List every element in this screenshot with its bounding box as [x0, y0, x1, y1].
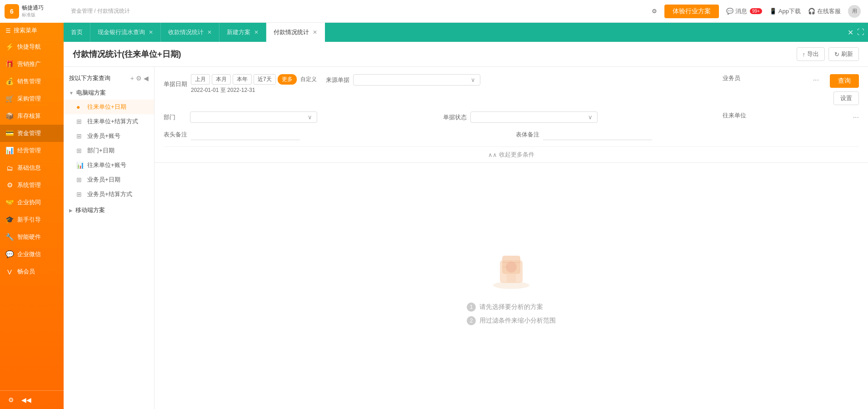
- header-actions: ⚙ 体验行业方案 💬 消息 99+ 📱 App下载 🎧 在线客服 用: [652, 5, 861, 18]
- tab-home[interactable]: 首页: [64, 23, 90, 42]
- filter-row-1: 单据日期 上月 本月 本年 近7天 更多 自定义 20: [164, 74, 859, 105]
- settings-button[interactable]: ⚙: [652, 8, 657, 15]
- partner-label: 往来单位: [723, 111, 746, 120]
- user-avatar[interactable]: 用: [848, 5, 861, 18]
- filter-bill-status-item: 单据状态 ∨: [443, 111, 713, 123]
- date-btn-last-month[interactable]: 上月: [191, 74, 210, 85]
- sidebar-item-member[interactable]: V 畅会员: [0, 263, 64, 280]
- sidebar-item-sales[interactable]: 💰 销售管理: [0, 73, 64, 90]
- tab-maximize-icon[interactable]: ⛶: [857, 28, 864, 36]
- scheme-grid-icon-1: ⊞: [76, 118, 84, 125]
- sidebar-item-operation[interactable]: 📊 经营管理: [0, 142, 64, 159]
- filter-area: 单据日期 上月 本月 本年 近7天 更多 自定义 20: [155, 67, 868, 163]
- empty-tip-2: 2 用过滤条件来缩小分析范围: [467, 316, 556, 325]
- page-header: 付款情况统计(往来单位+日期) ↑ 导出 ↻ 刷新: [64, 42, 868, 67]
- filter-settings-button[interactable]: 设置: [833, 91, 859, 105]
- salesperson-dots[interactable]: ...: [808, 74, 819, 82]
- sidebar-bottom: ⚙ ◀◀: [0, 390, 64, 409]
- search-menu-item[interactable]: ☰ 搜索菜单: [0, 23, 64, 38]
- panel-settings-icon[interactable]: ⚙: [136, 75, 142, 82]
- filter-source-item: 来源单据 ∨: [326, 74, 713, 86]
- message-icon: 💬: [726, 8, 733, 15]
- sidebar-collapse-btn[interactable]: ◀◀: [19, 394, 34, 405]
- scheme-item-salesperson-account[interactable]: ⊞ 业务员+账号: [64, 129, 154, 143]
- export-icon: ↑: [803, 51, 806, 58]
- purchase-icon: 🛒: [5, 95, 14, 103]
- sidebar-item-system[interactable]: ⚙ 系统管理: [0, 177, 64, 194]
- empty-state: 1 请先选择要分析的方案 2 用过滤条件来缩小分析范围: [155, 163, 868, 409]
- sidebar-item-finance[interactable]: 💳 资金管理: [0, 125, 64, 142]
- scheme-item-partner-settlement[interactable]: ⊞ 往来单位+结算方式: [64, 114, 154, 129]
- date-btn-this-year[interactable]: 本年: [233, 74, 252, 85]
- empty-tips: 1 请先选择要分析的方案 2 用过滤条件来缩小分析范围: [467, 303, 556, 325]
- dept-select[interactable]: ∨: [190, 111, 317, 123]
- tab-close-all-icon[interactable]: ✕: [848, 28, 853, 37]
- salesperson-label: 业务员: [723, 74, 745, 82]
- sidebar-item-inventory[interactable]: 📦 库存核算: [0, 107, 64, 125]
- scheme-item-salesperson-date[interactable]: ⊞ 业务员+日期: [64, 172, 154, 187]
- main-content: 资金管理 / 付款情况统计 ⚙ 体验行业方案 💬 消息 99+ 📱 App下载 …: [64, 0, 868, 409]
- sidebar-settings-btn[interactable]: ⚙: [5, 394, 17, 405]
- filter-row-3: 表头备注 表体备注: [164, 129, 859, 140]
- enterprise-icon: 🤝: [5, 198, 14, 207]
- sidebar-item-newbie[interactable]: 🎓 新手引导: [0, 211, 64, 228]
- partner-dots[interactable]: ...: [848, 111, 859, 120]
- tip-num-2: 2: [467, 316, 476, 325]
- tab-bank-flow-close[interactable]: ✕: [149, 29, 153, 35]
- dept-chevron-icon: ∨: [308, 114, 312, 121]
- scheme-item-salesperson-settlement[interactable]: ⊞ 业务员+结算方式: [64, 187, 154, 202]
- try-industry-button[interactable]: 体验行业方案: [664, 5, 719, 18]
- collapse-bar[interactable]: ∧∧ 收起更多条件: [164, 146, 859, 162]
- query-button[interactable]: 查询: [830, 74, 859, 88]
- refresh-button[interactable]: ↻ 刷新: [828, 47, 859, 61]
- sidebar-item-marketing[interactable]: 🎁 营销推广: [0, 56, 64, 73]
- quick-nav-icon: ⚡: [5, 43, 14, 51]
- tab-payment-stats-close[interactable]: ✕: [313, 29, 317, 35]
- sidebar-item-enterprise[interactable]: 🤝 企业协同: [0, 194, 64, 211]
- scheme-group-mobile-title[interactable]: ▶ 移动端方案: [64, 203, 154, 217]
- tab-payment-stats[interactable]: 付款情况统计 ✕: [266, 23, 325, 42]
- notification-button[interactable]: 💬 消息 99+: [726, 7, 762, 15]
- date-btn-7days[interactable]: 近7天: [254, 74, 276, 85]
- tab-receipt-stats-close[interactable]: ✕: [207, 29, 212, 35]
- scheme-item-partner-date[interactable]: ● 往来单位+日期: [64, 100, 154, 114]
- tab-bank-flow[interactable]: 现金银行流水查询 ✕: [90, 23, 161, 42]
- sidebar-item-purchase[interactable]: 🛒 采购管理: [0, 90, 64, 107]
- app-download-button[interactable]: 📱 App下载: [769, 7, 801, 15]
- tab-new-scheme-close[interactable]: ✕: [254, 29, 259, 35]
- bill-status-select[interactable]: ∨: [470, 111, 598, 123]
- panel-header: 按以下方案查询 + ⚙ ◀: [64, 72, 154, 86]
- notification-badge: 99+: [750, 8, 762, 14]
- online-service-button[interactable]: 🎧 在线客服: [808, 7, 841, 15]
- body-note-input[interactable]: [543, 129, 652, 140]
- sidebar-item-smart-hw[interactable]: 🔧 智能硬件: [0, 228, 64, 246]
- source-chevron-icon: ∨: [471, 76, 475, 83]
- scheme-item-partner-account[interactable]: 📊 往来单位+账号: [64, 158, 154, 172]
- panel-add-icon[interactable]: +: [130, 75, 134, 82]
- empty-illustration: [484, 247, 539, 293]
- source-select[interactable]: ∨: [353, 74, 480, 86]
- header-note-input[interactable]: [191, 129, 300, 140]
- panel-collapse-icon[interactable]: ◀: [144, 75, 149, 82]
- filter-salesperson-item: 业务员 ... 查询 设置: [723, 74, 859, 105]
- export-button[interactable]: ↑ 导出: [797, 47, 825, 61]
- scheme-item-dept-date[interactable]: ⊞ 部门+日期: [64, 143, 154, 158]
- basic-info-icon: 🗂: [5, 164, 14, 172]
- finance-icon: 💳: [5, 129, 14, 137]
- date-btn-this-month[interactable]: 本月: [212, 74, 231, 85]
- tab-new-scheme[interactable]: 新建方案 ✕: [219, 23, 266, 42]
- right-content: 单据日期 上月 本月 本年 近7天 更多 自定义 20: [155, 67, 868, 409]
- sidebar-item-quick-nav[interactable]: ⚡ 快捷导航: [0, 38, 64, 56]
- filter-header-note-item: 表头备注: [164, 129, 507, 140]
- scheme-arrow-down: ▼: [69, 91, 74, 96]
- logo-icon: 6: [5, 4, 19, 19]
- operation-icon: 📊: [5, 146, 14, 155]
- scheme-active-icon: ●: [76, 103, 84, 111]
- scheme-group-desktop-title[interactable]: ▼ 电脑端方案: [64, 86, 154, 100]
- sidebar-item-enterprise-wx[interactable]: 💬 企业微信: [0, 246, 64, 263]
- date-btn-more[interactable]: 更多: [278, 74, 297, 85]
- tab-receipt-stats[interactable]: 收款情况统计 ✕: [161, 23, 219, 42]
- download-icon: 📱: [769, 8, 777, 15]
- system-icon: ⚙: [5, 181, 14, 189]
- sidebar-item-basic-info[interactable]: 🗂 基础信息: [0, 159, 64, 177]
